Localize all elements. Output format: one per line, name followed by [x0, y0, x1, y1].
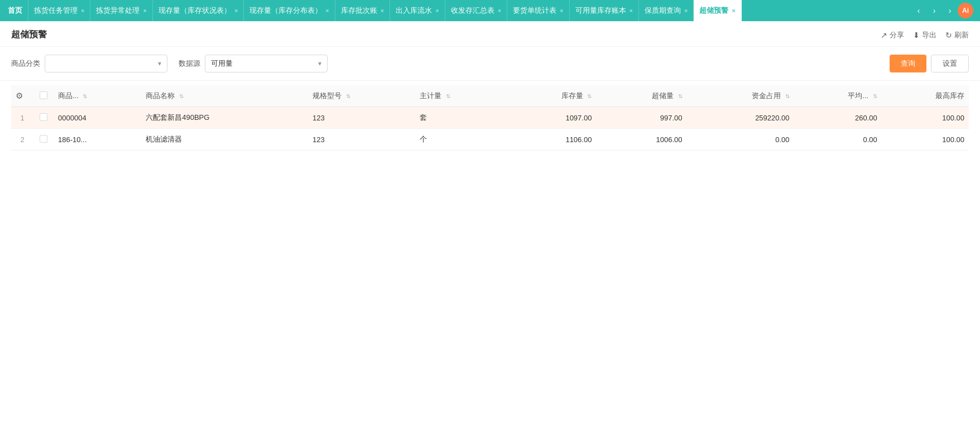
share-icon: ↗: [881, 31, 887, 40]
row-capital: 259220.00: [687, 107, 794, 129]
page-title-bar: 超储预警 ↗ 分享 ⬇ 导出 ↻ 刷新: [0, 21, 980, 47]
nav-home[interactable]: 首页: [2, 0, 28, 21]
filter-bar: 商品分类 ▾ 数据源 可用量 ▾ 查询 设置: [0, 47, 980, 81]
nav-arrow-more[interactable]: ›: [942, 0, 958, 21]
header-product-code-label: 商品...: [58, 91, 79, 100]
header-stock-label: 库存量: [561, 91, 583, 100]
sort-over-stock-icon: ⇅: [678, 93, 683, 99]
nav-tab-3[interactable]: 现存量（库存分布表） ×: [244, 0, 335, 21]
export-button[interactable]: ⬇ 导出: [913, 30, 936, 40]
category-filter-group: 商品分类 ▾: [11, 55, 167, 72]
row-max-stock: 100.00: [882, 129, 969, 151]
title-actions: ↗ 分享 ⬇ 导出 ↻ 刷新: [881, 30, 969, 40]
sort-product-name-icon: ⇅: [179, 93, 184, 99]
row-index: 2: [11, 129, 33, 151]
sort-unit-icon: ⇅: [446, 93, 450, 99]
gear-icon[interactable]: ⚙: [16, 91, 23, 101]
row-checkbox[interactable]: [40, 135, 47, 143]
nav-arrow-right[interactable]: ›: [926, 0, 942, 21]
header-unit[interactable]: 主计量 ⇅: [415, 85, 506, 107]
tab-close-1[interactable]: ×: [143, 7, 146, 14]
export-icon: ⬇: [913, 31, 920, 40]
category-select[interactable]: ▾: [45, 55, 167, 72]
sort-spec-icon: ⇅: [346, 93, 350, 99]
header-capital[interactable]: 资金占用 ⇅: [687, 85, 794, 107]
tab-close-10[interactable]: ×: [732, 7, 735, 14]
sort-product-code-icon: ⇅: [83, 93, 87, 99]
header-product-code[interactable]: 商品... ⇅: [54, 85, 141, 107]
header-spec-label: 规格型号: [313, 91, 342, 100]
share-button[interactable]: ↗ 分享: [881, 30, 904, 40]
settings-button[interactable]: 设置: [931, 55, 969, 72]
nav-tab-7[interactable]: 要货单统计表 ×: [507, 0, 569, 21]
tab-label-0: 拣货任务管理: [34, 6, 78, 16]
row-avg: 0.00: [794, 129, 882, 151]
tab-label-1: 拣货异常处理: [96, 6, 140, 16]
table-header-row: ⚙ 商品... ⇅ 商品名称 ⇅ 规格型号 ⇅: [11, 85, 969, 107]
tab-label-3: 现存量（库存分布表）: [249, 6, 322, 16]
refresh-label: 刷新: [954, 30, 969, 40]
main-content: 超储预警 ↗ 分享 ⬇ 导出 ↻ 刷新 商品分类 ▾ 数据源: [0, 21, 980, 446]
select-all-checkbox[interactable]: [40, 91, 47, 99]
row-checkbox-cell: [33, 107, 54, 129]
nav-tab-10[interactable]: 超储预警 ×: [694, 0, 741, 21]
tab-close-2[interactable]: ×: [234, 7, 238, 14]
refresh-button[interactable]: ↻ 刷新: [945, 30, 969, 40]
nav-tab-5[interactable]: 出入库流水 ×: [390, 0, 445, 21]
tab-close-7[interactable]: ×: [560, 7, 563, 14]
datasource-filter-label: 数据源: [179, 59, 200, 69]
tab-close-3[interactable]: ×: [325, 7, 329, 14]
nav-tab-6[interactable]: 收发存汇总表 ×: [445, 0, 507, 21]
page-title: 超储预警: [11, 29, 47, 41]
row-product-name: 机油滤清器: [141, 129, 308, 151]
nav-tab-1[interactable]: 拣货异常处理 ×: [90, 0, 152, 21]
header-avg[interactable]: 平均... ⇅: [794, 85, 882, 107]
datasource-select-value: 可用量: [211, 59, 233, 69]
nav-tab-0[interactable]: 拣货任务管理 ×: [28, 0, 90, 21]
header-product-name[interactable]: 商品名称 ⇅: [141, 85, 308, 107]
table-row: 2 186-10... 机油滤清器 123 个 1106.00 1006.00 …: [11, 129, 969, 151]
query-button[interactable]: 查询: [890, 55, 926, 72]
nav-tab-2[interactable]: 现存量（库存状况表） ×: [153, 0, 244, 21]
nav-arrow-left[interactable]: ‹: [911, 0, 926, 21]
home-label: 首页: [8, 6, 22, 16]
tab-close-9[interactable]: ×: [684, 7, 688, 14]
header-over-stock-label: 超储量: [652, 91, 674, 100]
nav-tab-9[interactable]: 保质期查询 ×: [639, 0, 694, 21]
row-stock: 1106.00: [506, 129, 596, 151]
row-avg: 260.00: [794, 107, 882, 129]
row-unit: 个: [415, 129, 506, 151]
row-over-stock: 997.00: [596, 107, 686, 129]
nav-tab-8[interactable]: 可用量库存账本 ×: [570, 0, 639, 21]
table-row: 1 0000004 六配套新昌490BPG 123 套 1097.00 997.…: [11, 107, 969, 129]
refresh-icon: ↻: [945, 31, 952, 40]
row-product-code: 186-10...: [54, 129, 141, 151]
tab-close-4[interactable]: ×: [381, 7, 384, 14]
tab-label-4: 库存批次账: [341, 6, 377, 16]
tab-close-5[interactable]: ×: [435, 7, 439, 14]
tab-close-0[interactable]: ×: [81, 7, 84, 14]
nav-tab-4[interactable]: 库存批次账 ×: [335, 0, 390, 21]
header-max-stock[interactable]: 最高库存: [882, 85, 969, 107]
datasource-select[interactable]: 可用量 ▾: [205, 55, 328, 72]
row-index: 1: [11, 107, 33, 129]
share-label: 分享: [890, 30, 904, 40]
header-stock[interactable]: 库存量 ⇅: [506, 85, 596, 107]
row-checkbox[interactable]: [40, 113, 47, 121]
sort-stock-icon: ⇅: [587, 93, 592, 99]
row-max-stock: 100.00: [882, 107, 969, 129]
row-unit: 套: [415, 107, 506, 129]
row-capital: 0.00: [687, 129, 794, 151]
row-over-stock: 1006.00: [596, 129, 686, 151]
header-unit-label: 主计量: [420, 91, 441, 100]
header-avg-label: 平均...: [848, 91, 868, 100]
data-table: ⚙ 商品... ⇅ 商品名称 ⇅ 规格型号 ⇅: [11, 85, 969, 151]
row-checkbox-cell: [33, 129, 54, 151]
tab-close-6[interactable]: ×: [498, 7, 501, 14]
user-avatar[interactable]: Ai: [958, 3, 973, 18]
header-spec[interactable]: 规格型号 ⇅: [308, 85, 415, 107]
tab-close-8[interactable]: ×: [630, 7, 633, 14]
table-wrapper: ⚙ 商品... ⇅ 商品名称 ⇅ 规格型号 ⇅: [0, 85, 980, 151]
header-over-stock[interactable]: 超储量 ⇅: [596, 85, 686, 107]
datasource-dropdown-icon: ▾: [318, 60, 321, 67]
